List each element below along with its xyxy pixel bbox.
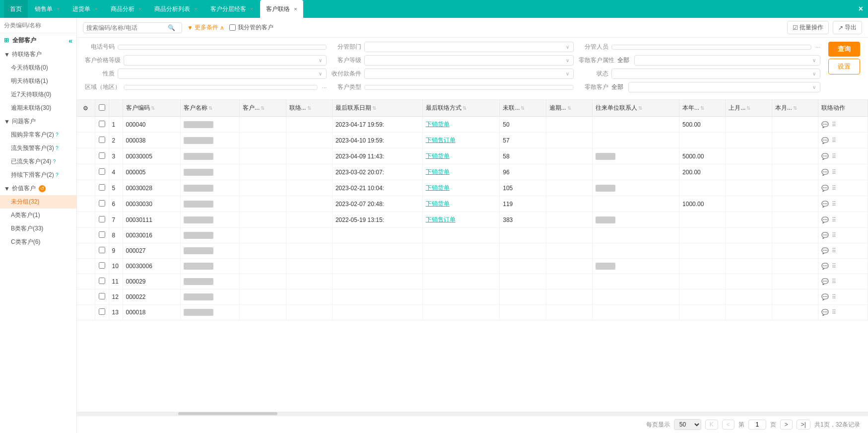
first-page-button[interactable]: K bbox=[705, 420, 718, 430]
last-contact-method-cell[interactable]: 下销货单 bbox=[422, 196, 500, 212]
more-action-icon[interactable]: ⠿ bbox=[832, 278, 836, 285]
per-page-select[interactable]: 50 100 200 bbox=[674, 419, 701, 430]
more-filters-button[interactable]: ▼ 更多条件 ∧ bbox=[187, 23, 224, 32]
more-action-icon[interactable]: ⠿ bbox=[832, 137, 836, 144]
contact-column-header[interactable]: 联络... bbox=[286, 100, 332, 117]
contact-method-link[interactable]: 下销货单 bbox=[426, 200, 450, 207]
row-checkbox[interactable] bbox=[99, 121, 105, 127]
checkbox-cell[interactable] bbox=[95, 148, 109, 164]
pending-contact-group[interactable]: ▼ 待联络客户 bbox=[0, 48, 76, 61]
region-dots[interactable]: ··· bbox=[322, 84, 327, 91]
more-action-icon[interactable]: ⠿ bbox=[832, 201, 836, 208]
last-contact-method-column-header[interactable]: 最后联络方式 bbox=[422, 100, 500, 117]
main-search-box[interactable]: 🔍 bbox=[83, 22, 182, 33]
checkbox-cell[interactable] bbox=[95, 259, 109, 274]
next-page-button[interactable]: > bbox=[780, 420, 793, 430]
row-checkbox[interactable] bbox=[99, 262, 105, 269]
tab-customer-contact[interactable]: 客户联络 × bbox=[260, 0, 303, 18]
customer-level-select[interactable]: ∨ bbox=[364, 55, 573, 66]
contact-method-link[interactable]: 下销售订单 bbox=[426, 137, 456, 144]
row-checkbox[interactable] bbox=[99, 216, 105, 222]
checkbox-cell[interactable] bbox=[95, 228, 109, 243]
chat-action-icon[interactable]: 💬 bbox=[821, 247, 829, 254]
last-contact-method-cell[interactable] bbox=[422, 243, 500, 259]
nature-select[interactable]: ∨ bbox=[118, 69, 327, 79]
this-month-column-header[interactable]: 本月... bbox=[772, 100, 818, 117]
row-checkbox[interactable] bbox=[99, 168, 105, 175]
more-action-icon[interactable]: ⠿ bbox=[832, 216, 836, 223]
last-contact-method-cell[interactable]: 下销货单 bbox=[422, 180, 500, 196]
sidebar-item-7days-contact[interactable]: 近7天待联络(0) bbox=[0, 88, 76, 101]
page-number-input[interactable] bbox=[748, 420, 766, 430]
last-contact-date-column-header[interactable]: 最后联系日期 bbox=[332, 100, 422, 117]
retail-attr-select[interactable]: ∨ bbox=[634, 55, 820, 66]
sidebar-search-input[interactable] bbox=[4, 22, 77, 29]
checkbox-cell[interactable] bbox=[95, 180, 109, 196]
row-checkbox[interactable] bbox=[99, 184, 105, 191]
problem-customers-group[interactable]: ▼ 问题客户 bbox=[0, 115, 76, 128]
retail-select[interactable]: ∨ bbox=[628, 82, 820, 92]
last-contact-method-cell[interactable] bbox=[422, 274, 500, 289]
horizontal-scrollbar[interactable] bbox=[77, 412, 868, 416]
reset-button[interactable]: 设置 bbox=[828, 59, 860, 74]
my-customers-checkbox[interactable]: 我分管的客户 bbox=[229, 23, 273, 32]
phone-input[interactable] bbox=[118, 45, 327, 50]
checkbox-cell[interactable] bbox=[95, 212, 109, 228]
last-contact-method-cell[interactable] bbox=[422, 228, 500, 243]
query-button[interactable]: 查询 bbox=[828, 42, 860, 57]
last-contact-method-cell[interactable]: 下销售订单 bbox=[422, 212, 500, 228]
contact-method-link[interactable]: 下销货单 bbox=[426, 184, 450, 191]
sidebar-item-unclassified[interactable]: 未分组(32) bbox=[0, 195, 76, 209]
tab-sales[interactable]: 销售单 × bbox=[29, 0, 66, 18]
sidebar-item-tomorrow-contact[interactable]: 明天待联络(1) bbox=[0, 74, 76, 88]
checkbox-cell[interactable] bbox=[95, 133, 109, 148]
more-action-icon[interactable]: ⠿ bbox=[832, 169, 836, 176]
close-all-tabs-button[interactable]: × bbox=[859, 4, 863, 13]
row-checkbox[interactable] bbox=[99, 247, 105, 253]
last-page-button[interactable]: >| bbox=[797, 420, 810, 430]
my-customers-checkbox-input[interactable] bbox=[229, 24, 236, 31]
more-action-icon[interactable]: ⠿ bbox=[832, 263, 836, 270]
chat-action-icon[interactable]: 💬 bbox=[821, 121, 829, 128]
more-action-icon[interactable]: ⠿ bbox=[832, 232, 836, 239]
checkbox-cell[interactable] bbox=[95, 274, 109, 289]
chat-action-icon[interactable]: 💬 bbox=[821, 153, 829, 160]
sidebar-item-hoarding-abnormal[interactable]: 囤购异常客户(2) ? bbox=[0, 128, 76, 142]
tab-purchase[interactable]: 进货单 × bbox=[67, 0, 103, 18]
row-checkbox[interactable] bbox=[99, 278, 105, 284]
payment-select[interactable]: ∨ bbox=[364, 69, 573, 79]
close-purchase-tab[interactable]: × bbox=[94, 6, 97, 12]
contact-method-link[interactable]: 下销货单 bbox=[426, 168, 450, 175]
close-product-analysis-list-tab[interactable]: × bbox=[194, 6, 197, 12]
overdue-column-header[interactable]: 逾期... bbox=[546, 100, 592, 117]
manager-input[interactable] bbox=[611, 45, 811, 50]
region-input[interactable] bbox=[124, 85, 318, 90]
no-contact-column-header[interactable]: 未联... bbox=[500, 100, 546, 117]
last-contact-method-cell[interactable]: 下销货单 bbox=[422, 164, 500, 180]
last-contact-method-cell[interactable] bbox=[422, 305, 500, 320]
sidebar-item-churn-warning[interactable]: 流失预警客户(3) ? bbox=[0, 142, 76, 155]
status-select[interactable]: ∨ bbox=[611, 69, 820, 79]
tab-customer-segment[interactable]: 客户分层经客 × bbox=[204, 0, 259, 18]
select-all-checkbox[interactable] bbox=[99, 104, 105, 111]
price-level-select[interactable]: ∨ bbox=[124, 55, 327, 66]
close-customer-contact-tab[interactable]: × bbox=[294, 6, 297, 12]
contact-method-link[interactable]: 下销货单 bbox=[426, 152, 450, 159]
customer-type-input[interactable] bbox=[364, 85, 573, 90]
last-contact-method-cell[interactable]: 下销售订单 bbox=[422, 133, 500, 148]
close-sales-tab[interactable]: × bbox=[57, 6, 60, 12]
manager-dots[interactable]: ··· bbox=[815, 44, 820, 51]
settings-gear-icon[interactable]: ⚙ bbox=[83, 105, 88, 112]
chat-action-icon[interactable]: 💬 bbox=[821, 263, 829, 270]
sidebar-item-today-contact[interactable]: 今天待联络(0) bbox=[0, 61, 76, 74]
all-customers-header[interactable]: ⊞ 全部客户 « bbox=[0, 33, 76, 48]
checkbox-cell[interactable] bbox=[95, 305, 109, 320]
main-search-icon[interactable]: 🔍 bbox=[168, 24, 175, 31]
sidebar-item-churned[interactable]: 已流失客户(24) ? bbox=[0, 155, 76, 168]
tab-product-analysis-list[interactable]: 商品分析列表 × bbox=[148, 0, 203, 18]
last-contact-method-cell[interactable]: 下销货单 bbox=[422, 117, 500, 133]
tab-product-analysis[interactable]: 商品分析 × bbox=[105, 0, 147, 18]
row-checkbox[interactable] bbox=[99, 152, 105, 159]
sidebar-item-class-b[interactable]: B类客户(33) bbox=[0, 222, 76, 235]
customer-name-column-header[interactable]: 客户名称 bbox=[180, 100, 240, 117]
